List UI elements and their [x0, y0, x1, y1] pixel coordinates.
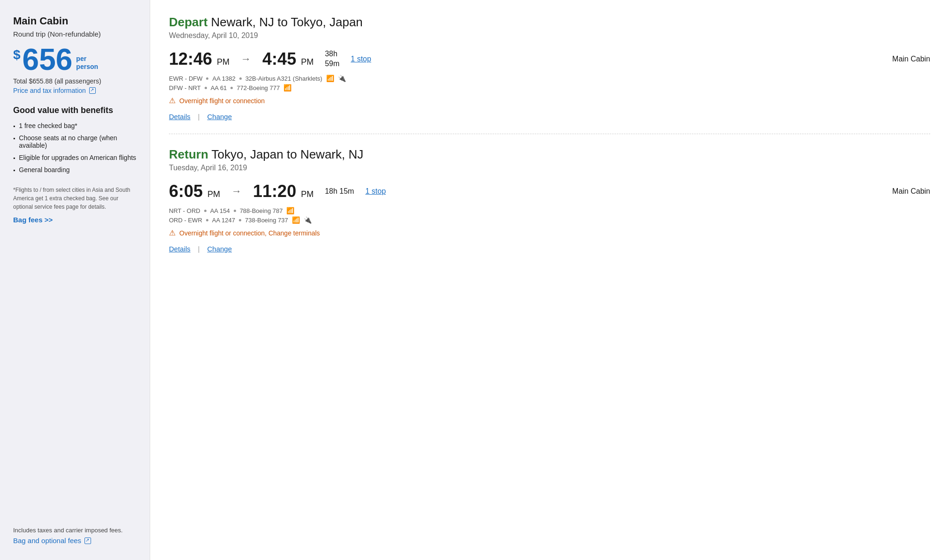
depart-details-link[interactable]: Details	[169, 113, 191, 121]
depart-route: Newark, NJ to Tokyo, Japan	[211, 15, 363, 29]
dot	[206, 219, 208, 221]
taxes-note: Includes taxes and carrier imposed fees.	[13, 527, 137, 534]
price-tax-link[interactable]: Price and tax information	[13, 87, 137, 94]
leg-row: DFW - NRT AA 61 772-Boeing 777 📶	[169, 84, 930, 91]
arrive-time: 4:45 PM	[262, 49, 314, 69]
dot	[239, 219, 241, 221]
return-section: Return Tokyo, Japan to Newark, NJ Tuesda…	[169, 147, 930, 253]
price-amount: 656	[23, 45, 73, 75]
return-date: Tuesday, April 16, 2019	[169, 164, 930, 172]
leg-route: EWR - DFW	[169, 75, 202, 82]
benefit-item: Choose seats at no charge (when availabl…	[13, 134, 137, 149]
footnote: *Flights to / from select cities in Asia…	[13, 186, 137, 211]
arrow-icon: →	[231, 185, 242, 197]
depart-label: Depart	[169, 15, 207, 29]
bag-fees-link[interactable]: Bag fees >>	[13, 216, 137, 224]
dot	[234, 210, 236, 212]
return-overnight-warning: ⚠ Overnight flight or connection, Change…	[169, 228, 930, 237]
return-legs: NRT - ORD AA 154 788-Boeing 787 📶 ORD - …	[169, 207, 930, 224]
benefit-item: Eligible for upgrades on American flight…	[13, 154, 137, 161]
leg-aircraft: 738-Boeing 737	[245, 217, 288, 224]
left-footer: Includes taxes and carrier imposed fees.…	[13, 517, 137, 545]
arrow-icon: →	[241, 53, 251, 65]
dot	[204, 210, 207, 212]
benefit-item: 1 free checked bag*	[13, 122, 137, 129]
depart-direction: Depart Newark, NJ to Tokyo, Japan	[169, 15, 930, 30]
external-link-icon	[89, 87, 96, 94]
depart-date: Wednesday, April 10, 2019	[169, 31, 930, 40]
return-header: Return Tokyo, Japan to Newark, NJ Tuesda…	[169, 147, 930, 172]
return-actions: Details | Change	[169, 245, 930, 253]
power-icon: 🔌	[338, 75, 346, 82]
depart-cabin-class: Main Cabin	[892, 55, 930, 63]
right-panel: Depart Newark, NJ to Tokyo, Japan Wednes…	[150, 0, 949, 560]
depart-time: 12:46 PM	[169, 49, 230, 69]
wifi-icon: 📶	[326, 75, 334, 82]
return-label: Return	[169, 147, 208, 161]
leg-route: NRT - ORD	[169, 207, 200, 214]
benefit-list: 1 free checked bag* Choose seats at no c…	[13, 122, 137, 178]
warning-triangle-icon: ⚠	[169, 96, 176, 105]
leg-aircraft: 32B-Airbus A321 (Sharklets)	[245, 75, 322, 82]
total-price: Total $655.88 (all passengers)	[13, 77, 137, 85]
depart-times-row: 12:46 PM → 4:45 PM 38h59m 1 stop Main Ca…	[169, 49, 930, 69]
section-divider	[169, 134, 930, 134]
depart-legs: EWR - DFW AA 1382 32B-Airbus A321 (Shark…	[169, 75, 930, 91]
dot	[239, 77, 242, 80]
wifi-icon: 📶	[292, 216, 300, 224]
cabin-title: Main Cabin	[13, 15, 137, 27]
dot	[206, 77, 208, 80]
depart-change-link[interactable]: Change	[207, 113, 232, 121]
return-arrive-time: 11:20 PM	[253, 182, 314, 201]
benefits-title: Good value with benefits	[13, 106, 137, 115]
return-depart-time: 6:05 PM	[169, 182, 220, 201]
leg-route: ORD - EWR	[169, 217, 202, 224]
benefit-item: General boarding	[13, 166, 137, 174]
warning-triangle-icon: ⚠	[169, 228, 176, 237]
leg-flight: AA 61	[211, 84, 227, 91]
leg-row: ORD - EWR AA 1247 738-Boeing 737 📶 🔌	[169, 216, 930, 224]
per-person-label: perperson	[76, 55, 98, 71]
depart-section: Depart Newark, NJ to Tokyo, Japan Wednes…	[169, 15, 930, 121]
bag-optional-link[interactable]: Bag and optional fees	[13, 537, 91, 545]
leg-row: EWR - DFW AA 1382 32B-Airbus A321 (Shark…	[169, 75, 930, 82]
price-dollar: $	[13, 48, 21, 61]
leg-flight: AA 1382	[212, 75, 235, 82]
return-details-link[interactable]: Details	[169, 245, 191, 253]
depart-stops-link[interactable]: 1 stop	[351, 55, 371, 63]
leg-aircraft: 772-Boeing 777	[237, 84, 280, 91]
dot	[205, 87, 207, 89]
leg-row: NRT - ORD AA 154 788-Boeing 787 📶	[169, 207, 930, 214]
price-row: $ 656 perperson	[13, 45, 137, 75]
dot	[230, 87, 233, 89]
return-cabin-class: Main Cabin	[892, 187, 930, 196]
trip-type: Round trip (Non-refundable)	[13, 30, 137, 38]
action-divider: |	[198, 245, 200, 253]
depart-actions: Details | Change	[169, 113, 930, 121]
left-panel: Main Cabin Round trip (Non-refundable) $…	[0, 0, 150, 560]
leg-aircraft: 788-Boeing 787	[240, 207, 283, 214]
depart-duration: 38h59m	[325, 49, 339, 69]
power-icon: 🔌	[304, 216, 312, 224]
return-change-link[interactable]: Change	[207, 245, 232, 253]
return-direction: Return Tokyo, Japan to Newark, NJ	[169, 147, 930, 162]
return-route: Tokyo, Japan to Newark, NJ	[212, 147, 364, 161]
wifi-icon: 📶	[283, 84, 291, 91]
action-divider: |	[198, 113, 200, 121]
return-duration: 18h 15m	[325, 187, 354, 197]
leg-flight: AA 154	[210, 207, 230, 214]
leg-route: DFW - NRT	[169, 84, 201, 91]
return-times-row: 6:05 PM → 11:20 PM 18h 15m 1 stop Main C…	[169, 182, 930, 201]
return-stops-link[interactable]: 1 stop	[365, 187, 386, 196]
external-link-icon	[84, 537, 91, 544]
leg-flight: AA 1247	[212, 217, 235, 224]
wifi-icon: 📶	[286, 207, 294, 214]
depart-overnight-warning: ⚠ Overnight flight or connection	[169, 96, 930, 105]
depart-header: Depart Newark, NJ to Tokyo, Japan Wednes…	[169, 15, 930, 40]
